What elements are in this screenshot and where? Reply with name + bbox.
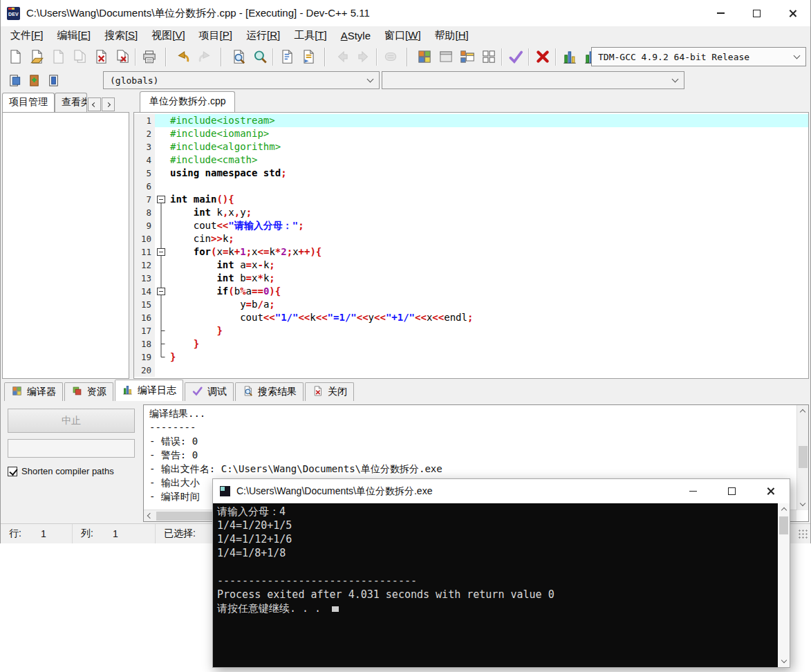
code-line[interactable]: 20 xyxy=(134,364,808,377)
code-line[interactable]: 15 y=b/a; xyxy=(134,298,808,311)
menu-item-help[interactable]: 帮助[H] xyxy=(428,28,476,44)
nav-back-icon[interactable] xyxy=(331,46,353,67)
syntax-check-icon[interactable] xyxy=(505,46,526,67)
close-file-icon[interactable] xyxy=(90,46,111,67)
maximize-button[interactable] xyxy=(738,0,774,26)
code-line[interactable]: 7int main(){ xyxy=(134,193,808,206)
menu-item-file[interactable]: 文件[F] xyxy=(3,28,50,44)
code-line[interactable]: 12 int a=x-k; xyxy=(134,259,808,272)
code-line[interactable]: 3#include<algorithm> xyxy=(134,140,808,153)
fold-toggle[interactable] xyxy=(155,285,167,298)
abort-compile-icon[interactable] xyxy=(532,46,553,67)
find-in-files-icon[interactable] xyxy=(249,46,270,67)
menu-item-view[interactable]: 视图[V] xyxy=(145,28,192,44)
log-line: - 错误: 0 xyxy=(149,434,803,448)
code-line[interactable]: 8 int k,x,y; xyxy=(134,206,808,219)
code-text: #include<cmath> xyxy=(167,153,808,167)
code-line[interactable]: 9 cout<<"请输入分母："; xyxy=(134,219,808,232)
menu-item-search[interactable]: 搜索[S] xyxy=(97,28,145,44)
undo-icon[interactable] xyxy=(172,46,194,67)
tab-resources[interactable]: 资源 xyxy=(64,382,113,401)
rebuild-all-icon[interactable] xyxy=(478,46,499,67)
menu-item-project[interactable]: 项目[P] xyxy=(192,28,239,44)
tab-debug[interactable]: 调试 xyxy=(185,382,234,401)
code-line[interactable]: 4#include<cmath> xyxy=(134,153,808,167)
fold-toggle[interactable] xyxy=(155,245,167,259)
tab-close[interactable]: 关闭 xyxy=(305,382,354,401)
tab-search-results[interactable]: 搜索结果 xyxy=(235,382,304,401)
menu-item-execute[interactable]: 运行[R] xyxy=(239,28,287,44)
menu-item-window[interactable]: 窗口[W] xyxy=(377,28,428,44)
resize-grip[interactable] xyxy=(797,528,809,540)
code-line[interactable]: 17 } xyxy=(134,324,808,337)
console-title-bar[interactable]: C:\Users\Wang\Documents\单位分数拆分.exe xyxy=(213,479,790,503)
profile-icon[interactable] xyxy=(559,46,580,67)
goto-line-icon[interactable] xyxy=(297,46,319,67)
scroll-left-button[interactable] xyxy=(144,510,156,522)
members-select[interactable] xyxy=(382,71,684,89)
nav-forward-icon[interactable] xyxy=(353,46,374,67)
menu-item-edit[interactable]: 编辑[E] xyxy=(50,28,97,44)
compiler-profile-select[interactable]: TDM-GCC 4.9.2 64-bit Release xyxy=(591,47,806,66)
toggle-bookmark-icon[interactable] xyxy=(24,70,44,91)
scrollbar-thumb[interactable] xyxy=(799,446,808,468)
redo-icon[interactable] xyxy=(194,46,215,67)
new-file-icon[interactable] xyxy=(4,46,26,67)
code-line[interactable]: 18 } xyxy=(134,337,808,351)
console-maximize-button[interactable] xyxy=(712,479,751,503)
scroll-up-button[interactable] xyxy=(797,405,808,417)
open-file-icon[interactable] xyxy=(26,46,47,67)
code-line[interactable]: 11 for(x=k+1;x<=k*2;x++){ xyxy=(134,245,808,259)
save-icon[interactable] xyxy=(47,46,68,67)
insert-icon[interactable] xyxy=(5,70,24,91)
code-line[interactable]: 1#include<iostream> xyxy=(134,114,808,127)
code-line[interactable]: 14 if(b%a==0){ xyxy=(134,285,808,298)
replace-icon[interactable] xyxy=(276,46,297,67)
menu-item-astyle[interactable]: AStyle xyxy=(334,28,377,43)
scroll-down-button[interactable] xyxy=(778,655,790,667)
scrollbar-thumb[interactable] xyxy=(779,516,788,534)
console-minimize-button[interactable] xyxy=(673,479,712,503)
abort-button[interactable]: 中止 xyxy=(8,409,135,433)
close-button[interactable] xyxy=(774,0,810,26)
code-line[interactable]: 16 cout<<"1/"<<k<<"=1/"<<y<<"+1/"<<x<<en… xyxy=(134,311,808,324)
app-icon: DEV xyxy=(7,7,20,20)
close-all-icon[interactable] xyxy=(111,46,133,67)
run-icon[interactable] xyxy=(435,46,456,67)
code-line[interactable]: 2#include<iomanip> xyxy=(134,127,808,140)
scroll-down-button[interactable] xyxy=(797,498,808,510)
compile-icon[interactable] xyxy=(413,46,435,67)
code-line[interactable]: 6 xyxy=(134,180,808,193)
line-number: 6 xyxy=(134,180,155,193)
find-icon[interactable] xyxy=(227,46,249,67)
tab-project-manager[interactable]: 项目管理 xyxy=(2,93,55,112)
goto-bookmark-icon[interactable] xyxy=(44,70,63,91)
tab-scroll-right-button[interactable] xyxy=(102,97,115,111)
console-scrollbar[interactable] xyxy=(778,503,790,667)
shorten-paths-checkbox[interactable] xyxy=(8,467,17,476)
line-number: 9 xyxy=(134,219,155,232)
editor-tab-current-file[interactable]: 单位分数拆分.cpp xyxy=(140,91,235,112)
compile-run-icon[interactable] xyxy=(456,46,478,67)
last-position-icon[interactable] xyxy=(380,46,401,67)
console-close-button[interactable] xyxy=(751,479,790,503)
menu-item-tools[interactable]: 工具[T] xyxy=(287,28,334,44)
save-all-icon[interactable] xyxy=(68,46,90,67)
tab-scroll-left-button[interactable] xyxy=(88,97,101,111)
code-line[interactable]: 13 int b=x*k; xyxy=(134,272,808,285)
code-area[interactable]: 1#include<iostream>2#include<iomanip>3#i… xyxy=(133,112,809,379)
minimize-button[interactable] xyxy=(702,0,738,26)
fold-toggle[interactable] xyxy=(155,193,167,206)
fold-marker xyxy=(155,219,167,232)
devcpp-window: DEV C:\Users\Wang\Documents\单位分数拆分.cpp -… xyxy=(0,0,811,543)
scroll-up-button[interactable] xyxy=(778,503,790,515)
log-vertical-scrollbar[interactable] xyxy=(796,405,808,510)
code-line[interactable]: 5using namespace std; xyxy=(134,167,808,180)
tab-class-browser[interactable]: 查看类 xyxy=(55,93,87,112)
print-icon[interactable] xyxy=(138,46,160,67)
code-line[interactable]: 19} xyxy=(134,351,808,364)
tab-compile-log[interactable]: 编译日志 xyxy=(115,380,183,401)
globals-select[interactable]: (globals) xyxy=(103,71,380,89)
tab-compiler[interactable]: 编译器 xyxy=(4,382,63,401)
code-line[interactable]: 10 cin>>k; xyxy=(134,232,808,245)
